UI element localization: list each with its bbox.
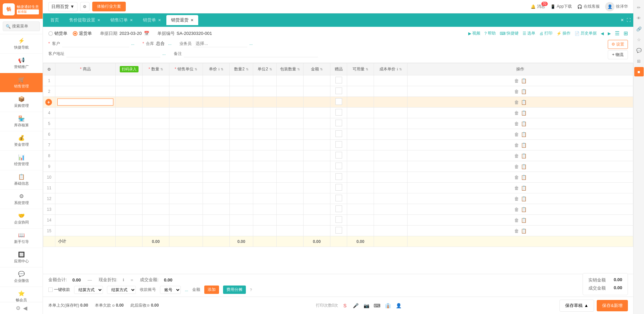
action-history[interactable]: 📄 历史单据 [575,30,597,36]
save-new-button[interactable]: 保存&新增 [597,300,628,311]
delete-icon[interactable]: 🗑 [514,142,519,148]
gift-checkbox[interactable] [335,130,342,137]
copy-icon[interactable]: 📋 [521,132,527,137]
sidebar-settings-icon[interactable]: ⚙ [16,305,20,311]
delete-icon[interactable]: 🗑 [514,100,519,105]
shirt-icon[interactable]: 👔 [384,302,392,310]
action-shortcut[interactable]: ⌨ 快捷键 [500,30,519,36]
delete-icon[interactable]: 🗑 [514,110,519,116]
copy-icon[interactable]: 📋 [521,89,527,94]
notification-item[interactable]: 🔔 消息 70 [531,4,545,9]
sidebar-item-wechat[interactable]: 💬 企业微信 [0,267,43,287]
tab-close-sales-delivery[interactable]: ✕ [158,18,161,22]
view-grid-icon[interactable]: ⊞ [624,30,628,37]
action-select[interactable]: ☰ 选单 [523,30,535,36]
settings-side-btn[interactable]: ⚙ 设置 [608,40,628,49]
delete-icon[interactable]: 🗑 [514,228,519,234]
radio-return[interactable]: 退货单 [73,30,92,37]
quantity-cell[interactable] [143,75,169,86]
gift-checkbox[interactable] [335,87,342,94]
unit2-cell[interactable] [253,75,277,86]
tab-sales-order[interactable]: 销售订单 ✕ [106,15,138,25]
right-panel-eye[interactable]: 👁 [634,13,644,23]
copy-icon[interactable]: 📋 [521,110,527,116]
address-select-btn[interactable]: ... [162,51,166,56]
view-list-icon[interactable]: ☰ [615,30,620,37]
online-service-item[interactable]: 🎧 在线客服 [577,4,600,9]
gift-checkbox[interactable] [335,141,342,148]
col-scan[interactable]: 扫码录入 [116,63,143,75]
history-next-icon[interactable]: ▶ [608,31,611,36]
staff-select-btn[interactable]: ... [249,41,253,46]
gift-checkbox[interactable] [335,152,342,159]
sidebar-item-basic[interactable]: 📋 基础信息 [0,170,43,190]
fee-split-btn[interactable]: 费用分摊 [223,286,246,294]
scan-input-button[interactable]: 扫码录入 [120,66,139,72]
sidebar-item-guide[interactable]: 📖 新手引导 [0,229,43,248]
delete-icon[interactable]: 🗑 [514,153,519,159]
gift-checkbox[interactable] [335,216,342,223]
one-click-payment-label[interactable]: 一键收款 [48,287,70,293]
delete-icon[interactable]: 🗑 [514,185,519,191]
right-panel-link[interactable]: 🔗 [634,24,644,34]
action-operate[interactable]: ⚡ 操作 [556,30,571,36]
right-panel-star[interactable]: ☆ [634,35,644,44]
sidebar-search[interactable]: 🔍 搜索菜单 [0,19,43,34]
experience-btn[interactable]: 体验行业方案 [92,2,126,11]
staff-input[interactable] [194,40,247,47]
camera-icon[interactable]: 📷 [362,302,370,310]
right-panel-active[interactable]: ■ [634,67,644,76]
sougou-icon[interactable]: S [341,302,349,310]
breadcrumb-select[interactable]: 日用百货 ▼ [48,2,77,11]
gift-checkbox-active[interactable] [335,98,342,105]
delete-icon[interactable]: 🗑 [514,78,519,83]
tab-home[interactable]: 首页 [46,15,64,25]
account-dots-btn[interactable]: ... [185,288,188,292]
calendar-icon[interactable]: 📅 [144,31,149,36]
keyboard-icon[interactable]: ⌨ [373,302,381,310]
add-row-button[interactable]: + [45,99,52,106]
gift-checkbox[interactable] [335,184,342,191]
sidebar-item-system[interactable]: ⚙ 系统管理 [0,190,43,209]
action-help[interactable]: ? 帮助 [484,30,496,36]
gift-checkbox[interactable] [335,195,342,201]
gift-checkbox[interactable] [335,205,342,212]
delete-icon[interactable]: 🗑 [514,132,519,137]
sidebar-item-sales[interactable]: 🛒 销售管理 [0,73,43,92]
product-input-active[interactable] [57,99,113,106]
delete-icon[interactable]: 🗑 [514,175,519,180]
logistics-side-btn[interactable]: + 物流 [608,50,628,59]
action-video[interactable]: ▶ 视频 [468,30,480,36]
one-click-payment-checkbox[interactable] [48,288,53,292]
copy-icon[interactable]: 📋 [521,121,527,126]
user2-icon[interactable]: 👤 [394,302,402,310]
header-settings-button[interactable]: ⚙ [80,2,90,11]
delete-icon[interactable]: 🗑 [514,121,519,126]
sidebar-item-shortcut[interactable]: ⚡ 快捷导航 [0,34,43,54]
sidebar-collapse-icon[interactable]: ◀ [23,305,27,311]
add-payment-btn[interactable]: 添加 [204,286,219,294]
quantity2-cell[interactable] [230,75,253,86]
address-input[interactable] [66,50,160,57]
sidebar-item-marketing[interactable]: 📢 营销推广 [0,54,43,73]
save-draft-button[interactable]: 保存草稿 ▲ [559,300,594,312]
sidebar-item-apps[interactable]: 🔲 应用中心 [0,248,43,267]
unit-price-cell[interactable] [203,75,230,86]
delete-icon[interactable]: 🗑 [514,196,519,201]
right-panel-edit[interactable]: ✏ [634,3,644,12]
copy-icon[interactable]: 📋 [521,142,527,148]
gift-checkbox[interactable] [335,120,342,126]
delete-icon[interactable]: 🗑 [514,217,519,223]
col-settings[interactable]: ⚙ [43,63,55,75]
user-profile-item[interactable]: 👤 徐泽华 [605,2,628,11]
delete-icon[interactable]: 🗑 [514,89,519,94]
sidebar-item-member[interactable]: ⭐ 畅会员 [0,287,43,302]
copy-icon[interactable]: 📋 [521,175,527,180]
tab-price-settings[interactable]: 售价提取设置 ✕ [64,15,105,25]
settle-method-select[interactable]: 结算方式 [74,286,103,294]
product-cell[interactable] [55,75,116,86]
delete-icon[interactable]: 🗑 [514,164,519,169]
available-cell[interactable] [347,75,374,86]
sales-unit-cell[interactable] [169,75,203,86]
amount-cell[interactable] [304,75,330,86]
